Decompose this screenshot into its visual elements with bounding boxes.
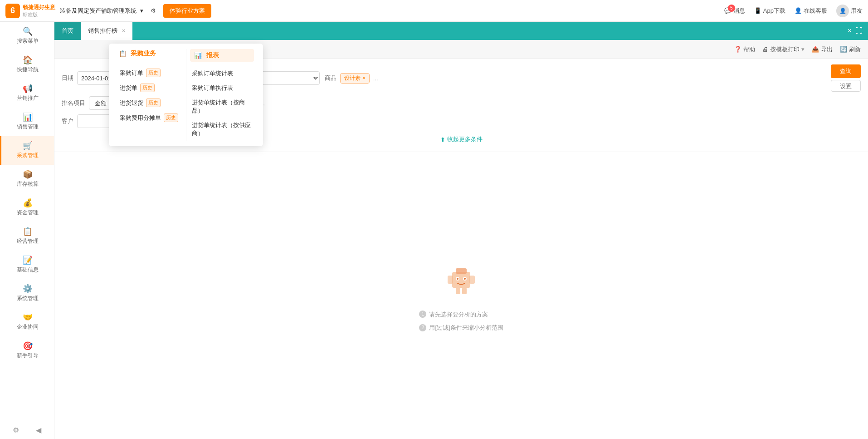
purchase-dropdown-overlay: 📋 采购业务 采购订单 历史 进货单 历史 进货退货 历史 <box>109 44 263 146</box>
user-label: 用友 <box>851 7 863 15</box>
stock-in-label: 进货单 <box>120 84 137 92</box>
tab-sales-rank[interactable]: 销售排行榜 × <box>81 22 132 40</box>
goods-label: 商品 <box>325 74 336 82</box>
system-title-text: 装备及固定资产辅助管理系统 <box>60 7 137 15</box>
purchase-order-stats-label: 采购订单统计表 <box>192 69 233 78</box>
online-service-label: 在线客服 <box>804 7 827 15</box>
sidebar-label-search: 搜索菜单 <box>17 37 39 45</box>
header-right: 💬 5 消息 📱 App下载 👤 在线客服 👤 用友 <box>724 5 863 17</box>
empty-state: 1 请先选择要分析的方案 2 用[过滤]条件来缩小分析范围 <box>54 152 868 439</box>
window-expand-icon[interactable]: ⛶ <box>855 27 863 35</box>
sidebar-label-basic-info: 基础信息 <box>17 266 39 274</box>
sidebar-label-marketing: 营销推广 <box>17 94 39 102</box>
report-menu-title: 报表 <box>206 51 219 59</box>
empty-tips: 1 请先选择要分析的方案 2 用[过滤]条件来缩小分析范围 <box>419 309 503 333</box>
system-icon: ⚙️ <box>23 285 33 293</box>
help-button[interactable]: ❓ 帮助 <box>734 45 755 54</box>
sidebar-collapse-button[interactable]: ◀ <box>36 426 41 434</box>
sidebar-label-guide: 新手引导 <box>17 352 39 360</box>
sidebar-item-enterprise[interactable]: 🤝 企业协同 <box>0 308 54 336</box>
content-area: 首页 销售排行榜 × × ⛶ ❓ 帮助 🖨 按模板打印 ▾ 📤 <box>54 22 868 439</box>
app-download-label: App下载 <box>763 7 785 15</box>
svg-rect-1 <box>456 268 467 274</box>
menu-item-stock-in[interactable]: 进货单 历史 <box>118 80 182 95</box>
svg-rect-8 <box>456 288 460 294</box>
sidebar-item-system[interactable]: ⚙️ 系统管理 <box>0 279 54 308</box>
tab-bar: 首页 销售排行榜 × × ⛶ <box>54 22 868 40</box>
menu-item-stock-in-stats-goods[interactable]: 进货单统计表（按商品） <box>190 95 254 118</box>
sidebar-item-purchase[interactable]: 🛒 采购管理 <box>0 136 54 165</box>
filter-settings-button[interactable]: 设置 <box>831 80 861 92</box>
tab-close-icon[interactable]: × <box>122 28 125 34</box>
business-icon: 📋 <box>23 227 33 236</box>
goods-tag: 设计素 × <box>340 73 370 84</box>
tab-home-label: 首页 <box>62 27 73 35</box>
goods-more-dots[interactable]: ... <box>373 75 378 82</box>
refresh-button[interactable]: 🔄 刷新 <box>840 45 861 54</box>
user-avatar: 👤 <box>836 5 849 17</box>
menu-item-purchase-order-exec[interactable]: 采购订单执行表 <box>190 81 254 95</box>
export-button[interactable]: 📤 导出 <box>812 45 833 54</box>
main-layout: 🔍 搜索菜单 🏠 快捷导航 📢 营销推广 📊 销售管理 🛒 采购管理 📦 库存核… <box>0 22 868 439</box>
notification-badge: 💬 5 <box>724 7 731 14</box>
notification-count: 5 <box>728 5 735 12</box>
finance-icon: 💰 <box>23 199 33 207</box>
sidebar-settings-button[interactable]: ⚙ <box>13 426 19 434</box>
customer-label: 客户 <box>62 117 73 125</box>
sidebar-item-guide[interactable]: 🎯 新手引导 <box>0 336 54 365</box>
menu-item-stock-in-stats-supplier[interactable]: 进货单统计表（按供应商） <box>190 118 254 141</box>
help-icon: ❓ <box>734 46 741 53</box>
rank-item-label: 排名项目 <box>62 99 85 107</box>
goods-tag-value: 设计素 <box>344 74 361 82</box>
tip-num-2: 2 <box>419 324 426 331</box>
export-icon: 📤 <box>812 46 819 53</box>
query-button[interactable]: 查询 <box>831 64 861 78</box>
sales-icon: 📊 <box>23 113 33 121</box>
enterprise-icon: 🤝 <box>23 313 33 321</box>
goods-tag-close[interactable]: × <box>362 75 366 81</box>
print-button[interactable]: 🖨 按模板打印 ▾ <box>762 45 805 54</box>
basic-info-icon: 📝 <box>23 256 33 264</box>
window-close-icon[interactable]: × <box>848 27 852 35</box>
notification-area[interactable]: 💬 5 消息 <box>724 7 745 15</box>
app-download-area[interactable]: 📱 App下载 <box>754 7 785 15</box>
print-dropdown-icon[interactable]: ▾ <box>801 46 805 53</box>
stock-in-stats-supplier-label: 进货单统计表（按供应商） <box>192 121 253 138</box>
sidebar-item-sales[interactable]: 📊 销售管理 <box>0 108 54 136</box>
stock-in-history[interactable]: 历史 <box>140 84 155 92</box>
purchase-expense-label: 采购费用分摊单 <box>120 114 161 122</box>
sidebar-item-marketing[interactable]: 📢 营销推广 <box>0 79 54 108</box>
system-settings-icon[interactable]: ⚙ <box>147 5 160 17</box>
search-icon: 🔍 <box>23 27 33 35</box>
online-service-area[interactable]: 👤 在线客服 <box>795 7 827 15</box>
stock-return-history[interactable]: 历史 <box>146 99 161 107</box>
tab-bar-actions: × ⛶ <box>848 27 868 35</box>
sidebar-label-quick-nav: 快捷导航 <box>17 66 39 74</box>
sidebar-item-business[interactable]: 📋 经营管理 <box>0 222 54 251</box>
sidebar-item-finance[interactable]: 💰 资金管理 <box>0 193 54 222</box>
stock-return-label: 进货退货 <box>120 99 143 107</box>
svg-point-6 <box>457 278 458 280</box>
collapse-label: 收起更多条件 <box>447 135 483 143</box>
sidebar-label-system: 系统管理 <box>17 295 39 302</box>
sidebar-label-sales: 销售管理 <box>17 123 39 131</box>
sidebar-item-search[interactable]: 🔍 搜索菜单 <box>0 22 54 50</box>
industry-solution-button[interactable]: 体验行业方案 <box>163 4 211 18</box>
purchase-expense-history[interactable]: 历史 <box>164 113 178 122</box>
phone-icon: 📱 <box>754 7 761 14</box>
title-dropdown-arrow[interactable]: ▾ <box>140 7 143 14</box>
sidebar-item-inventory[interactable]: 📦 库存核算 <box>0 165 54 193</box>
top-header: 6 畅捷通好生意 标准版 装备及固定资产辅助管理系统 ▾ ⚙ 体验行业方案 💬 … <box>0 0 868 22</box>
sidebar-item-basic-info[interactable]: 📝 基础信息 <box>0 251 54 279</box>
user-area[interactable]: 👤 用友 <box>836 5 863 17</box>
home-icon: 🏠 <box>23 56 33 64</box>
refresh-icon: 🔄 <box>840 46 847 53</box>
purchase-order-history[interactable]: 历史 <box>146 69 161 77</box>
menu-item-purchase-order[interactable]: 采购订单 历史 <box>118 65 182 80</box>
menu-item-stock-return[interactable]: 进货退货 历史 <box>118 95 182 110</box>
menu-item-purchase-expense[interactable]: 采购费用分摊单 历史 <box>118 110 182 125</box>
tip-text-1: 请先选择要分析的方案 <box>429 309 488 320</box>
sidebar-item-quick-nav[interactable]: 🏠 快捷导航 <box>0 50 54 79</box>
menu-item-purchase-order-stats[interactable]: 采购订单统计表 <box>190 66 254 81</box>
tab-home[interactable]: 首页 <box>54 22 81 40</box>
